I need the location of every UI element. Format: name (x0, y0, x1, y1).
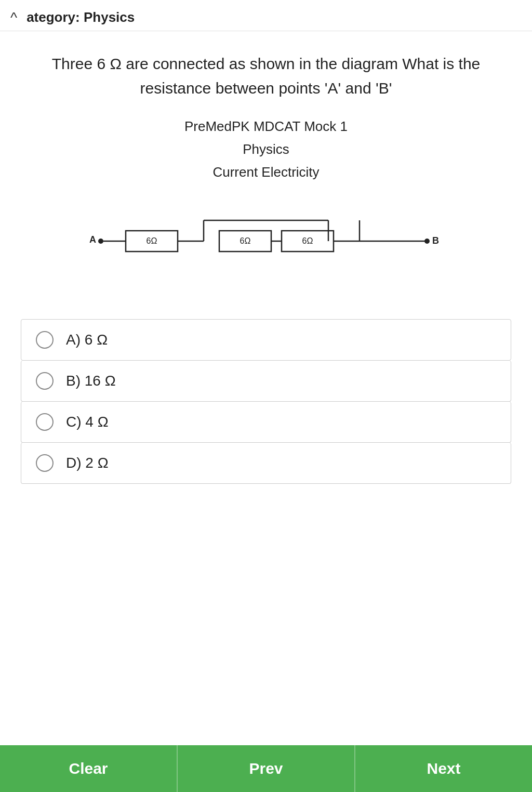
circuit-svg: A 6Ω 6Ω (84, 205, 448, 278)
prev-button[interactable]: Prev (177, 745, 354, 792)
source-line1: PreMedPK MDCAT Mock 1 (31, 115, 501, 138)
meta-info: PreMedPK MDCAT Mock 1 Physics Current El… (31, 115, 501, 184)
source-line3: Current Electricity (31, 161, 501, 183)
options-container: A) 6 Ω B) 16 Ω C) 4 Ω D) 2 Ω (0, 319, 532, 484)
option-text-c: C) 4 Ω (66, 414, 109, 430)
page-wrapper: ^ ategory: Physics Three 6 Ω are connect… (0, 0, 532, 792)
radio-c[interactable] (36, 413, 54, 431)
next-button[interactable]: Next (354, 745, 532, 792)
label-b: B (432, 235, 439, 246)
category-label: ategory: Physics (26, 9, 135, 25)
option-row-c[interactable]: C) 4 Ω (21, 402, 511, 443)
radio-d[interactable] (36, 454, 54, 472)
option-row-d[interactable]: D) 2 Ω (21, 443, 511, 484)
svg-text:6Ω: 6Ω (240, 236, 251, 245)
option-row-b[interactable]: B) 16 Ω (21, 361, 511, 402)
svg-point-0 (98, 239, 103, 244)
label-a: A (89, 234, 96, 245)
question-text: Three 6 Ω are connected as shown in the … (31, 52, 501, 100)
option-text-b: B) 16 Ω (66, 373, 116, 389)
radio-b[interactable] (36, 372, 54, 390)
svg-text:6Ω: 6Ω (147, 236, 157, 245)
main-content: Three 6 Ω are connected as shown in the … (0, 31, 532, 319)
svg-text:6Ω: 6Ω (302, 236, 313, 245)
bottom-buttons: Clear Prev Next (0, 745, 532, 792)
circuit-diagram: A 6Ω 6Ω (31, 205, 501, 278)
option-row-a[interactable]: A) 6 Ω (21, 319, 511, 361)
category-prefix: ategory: (26, 9, 84, 25)
category-value: Physics (84, 9, 135, 25)
radio-a[interactable] (36, 331, 54, 349)
option-text-d: D) 2 Ω (66, 455, 109, 471)
svg-point-16 (424, 239, 430, 244)
option-text-a: A) 6 Ω (66, 332, 108, 348)
top-bar: ^ ategory: Physics (0, 0, 532, 31)
chevron-up-icon[interactable]: ^ (10, 10, 17, 25)
clear-button[interactable]: Clear (0, 745, 177, 792)
source-line2: Physics (31, 138, 501, 161)
